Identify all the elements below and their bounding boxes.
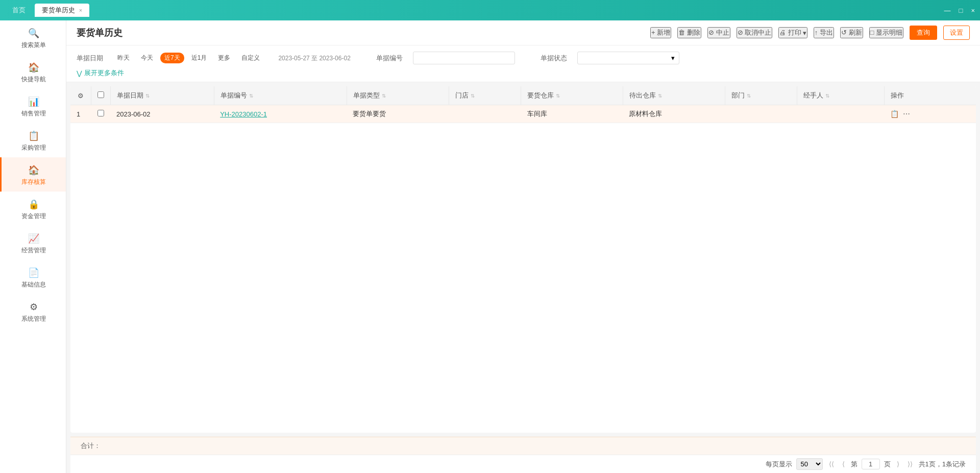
gear-icon: ⚙ [28, 301, 39, 313]
row-req-warehouse: 车间库 [521, 105, 623, 123]
sidebar-item-basic[interactable]: 📄 基础信息 [0, 260, 66, 294]
sidebar-label-system: 系统管理 [21, 315, 46, 323]
col-req-warehouse[interactable]: 要货仓库⇅ [521, 86, 623, 105]
sidebar-label-sales: 销售管理 [21, 109, 46, 118]
col-handler[interactable]: 经手人⇅ [797, 86, 885, 105]
search-icon: 🔍 [28, 28, 39, 39]
page-title: 要货单历史 [77, 27, 122, 39]
inventory-icon: 🏠 [28, 164, 39, 176]
page-suffix: 页 [884, 460, 891, 469]
col-dept[interactable]: 部门⇅ [725, 86, 797, 105]
current-page-display: 1 [862, 459, 880, 469]
sidebar-label-operation: 经营管理 [21, 246, 46, 255]
row-bill-no[interactable]: YH-20230602-1 [214, 105, 347, 123]
tab-close-icon[interactable]: × [79, 7, 82, 13]
filter-bar: 单据日期 昨天 今天 近7天 近1月 更多 自定义 2023-05-27 至 2… [66, 45, 980, 82]
date-filter-label: 单据日期 [77, 54, 103, 63]
table-row: 1 2023-06-02 YH-20230602-1 要货单要货 车间库 原材料… [70, 105, 976, 123]
refresh-button[interactable]: ↺ 刷新 [840, 27, 863, 38]
col-gear[interactable]: ⚙ [70, 86, 91, 105]
next-page-btn[interactable]: ⟩ [895, 459, 901, 469]
col-bill-no[interactable]: 单据编号⇅ [214, 86, 347, 105]
sidebar-item-finance[interactable]: 🔒 资金管理 [0, 192, 66, 226]
table-area: ⚙ 单据日期⇅ 单据编号⇅ 单据类型⇅ 门店⇅ 要货仓库⇅ 待出仓库⇅ 部门⇅ … [70, 86, 976, 433]
row-pending-warehouse: 原材料仓库 [623, 105, 725, 123]
top-bar: 首页 要货单历史 × — □ × [0, 0, 980, 20]
page-header: 要货单历史 + 新增 🗑 删除 ⊘ 中止 ⊘ 取消中止 🖨 打印 ▾ ↑ 导出 … [66, 20, 980, 45]
sidebar-item-operation[interactable]: 📈 经营管理 [0, 226, 66, 260]
home-icon: 🏠 [28, 62, 39, 73]
sidebar-label-inventory: 库存核算 [21, 178, 46, 186]
pagination-bar: 每页显示 50 100 200 ⟨⟨ ⟨ 第 1 页 ⟩ ⟩⟩ 共1页，1条记录 [70, 455, 976, 473]
per-page-select[interactable]: 50 100 200 [796, 458, 823, 470]
last-page-btn[interactable]: ⟩⟩ [905, 459, 915, 469]
bill-no-label: 单据编号 [376, 54, 403, 63]
date-btn-1month[interactable]: 近1月 [187, 53, 211, 63]
tab-bar: 首页 要货单历史 × [5, 4, 944, 17]
date-btn-yesterday[interactable]: 昨天 [113, 53, 134, 63]
sidebar-item-sales[interactable]: 📊 销售管理 [0, 89, 66, 123]
sidebar-label-shortcut: 快捷导航 [21, 75, 46, 84]
date-btn-more[interactable]: 更多 [214, 53, 234, 63]
export-button[interactable]: ↑ 导出 [814, 27, 834, 38]
summary-label: 合计： [81, 441, 101, 451]
row-dept [725, 105, 797, 123]
sidebar-item-search[interactable]: 🔍 搜索菜单 [0, 20, 66, 55]
new-button[interactable]: + 新增 [650, 27, 671, 38]
minimize-icon[interactable]: — [944, 7, 951, 14]
document-icon: 📄 [28, 267, 39, 278]
lock-icon: 🔒 [28, 199, 39, 210]
print-button[interactable]: 🖨 打印 ▾ [778, 27, 807, 38]
row-more-icon[interactable]: ⋯ [903, 110, 910, 118]
data-table: ⚙ 单据日期⇅ 单据编号⇅ 单据类型⇅ 门店⇅ 要货仓库⇅ 待出仓库⇅ 部门⇅ … [70, 86, 976, 123]
first-page-btn[interactable]: ⟨⟨ [827, 459, 836, 469]
row-edit-icon[interactable]: 📋 [890, 110, 899, 118]
col-store[interactable]: 门店⇅ [449, 86, 521, 105]
show-detail-button[interactable]: □ 显示明细 [869, 27, 903, 38]
sidebar: 🔍 搜索菜单 🏠 快捷导航 📊 销售管理 📋 采购管理 🏠 库存核算 🔒 资金管… [0, 20, 66, 473]
sidebar-label-search: 搜索菜单 [21, 41, 46, 50]
col-date[interactable]: 单据日期⇅ [110, 86, 214, 105]
col-pending-warehouse[interactable]: 待出仓库⇅ [623, 86, 725, 105]
date-btn-today[interactable]: 今天 [137, 53, 157, 63]
close-window-icon[interactable]: × [971, 7, 975, 14]
sidebar-item-purchase[interactable]: 📋 采购管理 [0, 123, 66, 157]
maximize-icon[interactable]: □ [959, 7, 963, 14]
expand-filter-button[interactable]: ⋁ 展开更多条件 [77, 68, 970, 78]
tab-active[interactable]: 要货单历史 × [35, 4, 89, 17]
summary-bar: 合计： [70, 437, 976, 455]
main-content: 要货单历史 + 新增 🗑 删除 ⊘ 中止 ⊘ 取消中止 🖨 打印 ▾ ↑ 导出 … [66, 20, 980, 473]
date-btn-7days[interactable]: 近7天 [160, 53, 184, 63]
sidebar-label-purchase: 采购管理 [21, 144, 46, 152]
status-select[interactable]: ▾ [577, 52, 679, 64]
pagination: 每页显示 50 100 200 ⟨⟨ ⟨ 第 1 页 ⟩ ⟩⟩ 共1页，1条记录 [766, 458, 966, 470]
settings-button[interactable]: 设置 [943, 26, 970, 40]
date-range-display: 2023-05-27 至 2023-06-02 [278, 54, 350, 63]
row-checkbox[interactable] [91, 105, 110, 123]
delete-button[interactable]: 🗑 删除 [677, 27, 701, 38]
tab-home[interactable]: 首页 [5, 4, 33, 17]
sidebar-item-shortcut[interactable]: 🏠 快捷导航 [0, 55, 66, 89]
row-num: 1 [70, 105, 91, 123]
window-controls: — □ × [944, 7, 975, 14]
row-date: 2023-06-02 [110, 105, 214, 123]
sidebar-item-inventory[interactable]: 🏠 库存核算 [0, 157, 66, 192]
sidebar-label-finance: 资金管理 [21, 212, 46, 221]
prev-page-btn[interactable]: ⟨ [840, 459, 847, 469]
trending-icon: 📈 [28, 233, 39, 244]
sidebar-item-system[interactable]: ⚙ 系统管理 [0, 294, 66, 328]
bill-no-input[interactable] [413, 52, 515, 64]
query-button[interactable]: 查询 [910, 26, 937, 40]
select-all-checkbox[interactable] [97, 91, 104, 98]
col-checkbox[interactable] [91, 86, 110, 105]
status-chevron-icon: ▾ [671, 54, 675, 62]
date-btn-custom[interactable]: 自定义 [237, 53, 264, 63]
per-page-label: 每页显示 [766, 460, 792, 469]
col-bill-type[interactable]: 单据类型⇅ [347, 86, 449, 105]
row-actions: 📋 ⋯ [884, 105, 976, 123]
cancel-stop-button[interactable]: ⊘ 取消中止 [737, 27, 773, 38]
print-chevron-icon: ▾ [803, 29, 806, 37]
col-action: 操作 [884, 86, 976, 105]
stop-button[interactable]: ⊘ 中止 [707, 27, 730, 38]
row-store [449, 105, 521, 123]
